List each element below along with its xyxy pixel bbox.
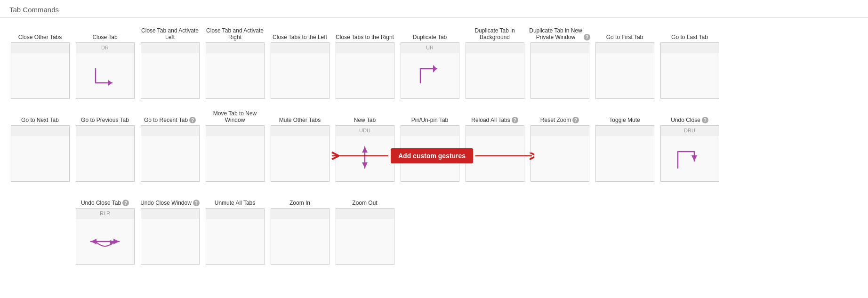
command-label: New Tab (354, 108, 376, 123)
command-label: Duplicate Tab (413, 25, 447, 40)
shortcut (271, 126, 329, 136)
svg-marker-1 (433, 65, 437, 72)
command-toggle-mute: Toggle Mute (594, 108, 655, 182)
gesture-area (466, 53, 524, 98)
shortcut: DRU (661, 126, 719, 136)
command-box[interactable] (595, 125, 654, 182)
command-undo-close-tab: Undo Close Tab ? RLR (74, 191, 136, 265)
shortcut (466, 43, 524, 53)
gesture-area (271, 219, 329, 264)
command-label: Mute Other Tabs (279, 108, 321, 123)
help-icon[interactable]: ? (584, 34, 590, 40)
command-box[interactable] (141, 42, 200, 99)
command-label: Go to Last Tab (671, 25, 708, 40)
shortcut: UR (401, 43, 459, 53)
command-label: Undo Close Window ? (140, 191, 200, 206)
command-box[interactable] (76, 125, 135, 182)
command-box[interactable] (336, 208, 394, 265)
shortcut (596, 126, 654, 136)
command-label: Duplicate Tab in New Private Window ? (529, 25, 590, 40)
command-box[interactable] (660, 42, 719, 99)
command-label: Zoom Out (352, 191, 377, 206)
command-box[interactable] (271, 125, 330, 182)
command-label: Reset Zoom ? (540, 108, 579, 123)
gesture-area (336, 219, 394, 264)
gesture-area (531, 53, 589, 98)
command-close-tab-activate-right: Close Tab and Activate Right (204, 25, 265, 99)
command-box[interactable] (336, 42, 394, 99)
command-label: Close Tabs to the Left (273, 25, 327, 40)
command-box[interactable] (530, 125, 589, 182)
command-close-tab: Close Tab DR (74, 25, 136, 99)
command-label: Close Tab (92, 25, 117, 40)
gesture-area (76, 53, 134, 98)
command-unmute-all-tabs: Unmute All Tabs (204, 191, 265, 265)
command-box[interactable] (595, 42, 654, 99)
gesture-area (141, 53, 199, 98)
help-icon[interactable]: ? (572, 117, 579, 123)
shortcut (76, 126, 134, 136)
shortcut (206, 126, 264, 136)
add-custom-gestures-tooltip: Add custom gestures (391, 148, 473, 163)
command-label: Duplicate Tab in Background (464, 25, 525, 40)
shortcut (206, 43, 264, 53)
command-go-prev-tab: Go to Previous Tab (74, 108, 136, 182)
command-label: Move Tab to New Window (204, 108, 265, 123)
command-zoom-in: Zoom In (269, 191, 330, 265)
command-label: Close Tab and Activate Left (139, 25, 201, 40)
gesture-area (76, 219, 134, 264)
command-duplicate-tab-background: Duplicate Tab in Background (464, 25, 525, 99)
gesture-area (531, 136, 589, 181)
command-label: Toggle Mute (609, 108, 640, 123)
command-label: Close Tabs to the Right (336, 25, 394, 40)
command-box[interactable] (271, 42, 330, 99)
shortcut (336, 43, 394, 53)
help-icon[interactable]: ? (189, 117, 196, 123)
command-box[interactable] (206, 42, 265, 99)
command-undo-close-window: Undo Close Window ? (139, 191, 201, 265)
shortcut: RLR (76, 209, 134, 219)
command-box[interactable] (141, 208, 200, 265)
shortcut (596, 43, 654, 53)
command-close-other-tabs: Close Other Tabs (9, 25, 71, 99)
gesture-area (141, 219, 199, 264)
command-box[interactable] (11, 42, 70, 99)
command-label: Zoom In (289, 191, 310, 206)
command-label: Go to Recent Tab ? (144, 108, 196, 123)
command-box[interactable] (206, 125, 265, 182)
command-box[interactable] (11, 125, 70, 182)
command-close-tabs-right: Close Tabs to the Right (334, 25, 395, 99)
command-label: Unmute All Tabs (215, 191, 256, 206)
gesture-area (336, 53, 394, 98)
gesture-area (206, 136, 264, 181)
gesture-area (661, 136, 719, 181)
shortcut (141, 43, 199, 53)
help-icon[interactable]: ? (512, 117, 518, 123)
page-title: Tab Commands (0, 0, 868, 18)
shortcut (531, 126, 589, 136)
gesture-area (661, 53, 719, 98)
command-box[interactable]: DRU (660, 125, 719, 182)
help-icon[interactable]: ? (122, 200, 129, 206)
command-box[interactable] (271, 208, 330, 265)
gesture-area (11, 53, 69, 98)
shortcut (336, 209, 394, 219)
command-box[interactable]: UR (401, 42, 459, 99)
command-box[interactable]: DR (76, 42, 135, 99)
command-box[interactable] (206, 208, 265, 265)
shortcut (531, 43, 589, 53)
command-box[interactable]: RLR (76, 208, 135, 265)
command-label: Close Other Tabs (18, 25, 62, 40)
commands-row-3: Undo Close Tab ? RLR (74, 191, 859, 272)
command-box[interactable] (141, 125, 200, 182)
command-go-recent-tab: Go to Recent Tab ? (139, 108, 201, 182)
command-close-tabs-left: Close Tabs to the Left (269, 25, 330, 99)
help-icon[interactable]: ? (193, 200, 200, 206)
gesture-area (271, 136, 329, 181)
command-close-tab-activate-left: Close Tab and Activate Left (139, 25, 201, 99)
right-arrow-icon (473, 149, 534, 163)
command-box[interactable] (530, 42, 589, 99)
command-zoom-out: Zoom Out (334, 191, 395, 265)
help-icon[interactable]: ? (702, 117, 708, 123)
command-box[interactable] (466, 42, 524, 99)
